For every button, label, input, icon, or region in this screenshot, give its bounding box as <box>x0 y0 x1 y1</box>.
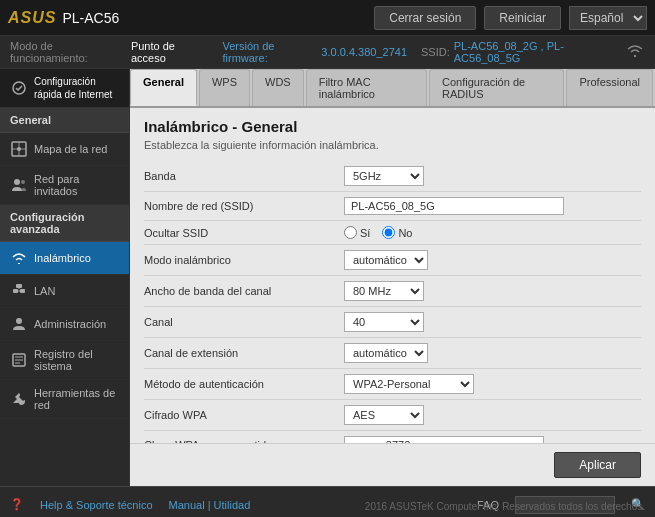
label-auth: Método de autenticación <box>144 378 344 390</box>
control-wpa-key <box>344 436 641 443</box>
restart-button[interactable]: Reiniciar <box>484 6 561 30</box>
language-select[interactable]: Español <box>569 6 647 30</box>
tab-general[interactable]: General <box>130 69 197 106</box>
radio-si-input[interactable] <box>344 226 357 239</box>
wireless-icon <box>10 249 28 267</box>
control-ext-channel: automático <box>344 343 641 363</box>
manual-link[interactable]: Manual | Utilidad <box>169 499 251 511</box>
manual-label: Manual <box>169 499 205 511</box>
sidebar-item-guests[interactable]: Red para invitados <box>0 166 129 205</box>
label-wireless-mode: Modo inalámbrico <box>144 254 344 266</box>
field-channel: Canal auto 36 40 44 48 <box>144 307 641 338</box>
control-ssid <box>344 197 641 215</box>
admin-icon <box>10 315 28 333</box>
input-wpa-key[interactable] <box>344 436 544 443</box>
main-layout: Configuración rápida de Internet General… <box>0 69 655 486</box>
label-ext-channel: Canal de extensión <box>144 347 344 359</box>
select-channel[interactable]: auto 36 40 44 48 <box>344 312 424 332</box>
field-bandwidth: Ancho de banda del canal 20 MHz 40 MHz 8… <box>144 276 641 307</box>
utility-label: Utilidad <box>214 499 251 511</box>
top-bar: ASUS PL-AC56 Cerrar sesión Reiniciar Esp… <box>0 0 655 36</box>
tab-radius[interactable]: Configuración de RADIUS <box>429 69 564 106</box>
label-hide-ssid: Ocultar SSID <box>144 227 344 239</box>
svg-point-13 <box>16 318 22 324</box>
sidebar-syslog-label: Registro del sistema <box>34 348 119 372</box>
mode-label: Modo de funcionamiento: <box>10 40 127 64</box>
sidebar-item-network-map[interactable]: Mapa de la red <box>0 133 129 166</box>
radio-si-label: Sí <box>360 227 370 239</box>
label-wpa-encrypt: Cifrado WPA <box>144 409 344 421</box>
syslog-icon <box>10 351 28 369</box>
form-title: Inalámbrico - General <box>144 118 641 135</box>
radio-no[interactable]: No <box>382 226 412 239</box>
field-ssid: Nombre de red (SSID) <box>144 192 641 221</box>
field-auth: Método de autenticación Open System WPA2… <box>144 369 641 400</box>
control-bandwidth: 20 MHz 40 MHz 80 MHz <box>344 281 641 301</box>
mode-value: Punto de acceso <box>131 40 209 64</box>
help-link[interactable]: Help & Soporte técnico <box>40 499 153 511</box>
logo-area: ASUS PL-AC56 <box>8 9 119 27</box>
tab-professional[interactable]: Professional <box>566 69 653 106</box>
svg-point-6 <box>21 180 25 184</box>
sidebar-item-syslog[interactable]: Registro del sistema <box>0 341 129 380</box>
sidebar-map-label: Mapa de la red <box>34 143 107 155</box>
top-buttons: Cerrar sesión Reiniciar Español <box>374 6 647 30</box>
input-ssid[interactable] <box>344 197 564 215</box>
sidebar-item-admin[interactable]: Administración <box>0 308 129 341</box>
sidebar-guests-label: Red para invitados <box>34 173 119 197</box>
copyright-text: 2016 ASUSTeK Computer Inc. Reservados to… <box>365 501 645 512</box>
select-banda[interactable]: 2.4GHz 5GHz <box>344 166 424 186</box>
field-wpa-key: Clave WPA precompartida <box>144 431 641 443</box>
model-name: PL-AC56 <box>62 10 119 26</box>
svg-point-5 <box>14 179 20 185</box>
sidebar-item-wireless[interactable]: Inalámbrico <box>0 242 129 275</box>
field-hide-ssid: Ocultar SSID Sí No <box>144 221 641 245</box>
control-auth: Open System WPA2-Personal WPA-Auto-Perso… <box>344 374 641 394</box>
content-area: General WPS WDS Filtro MAC inalámbrico C… <box>130 69 655 486</box>
sidebar-admin-label: Administración <box>34 318 106 330</box>
help-label: Help & Soporte técnico <box>40 499 153 511</box>
sidebar-item-tools[interactable]: Herramientas de red <box>0 380 129 419</box>
map-icon <box>10 140 28 158</box>
guests-icon <box>10 176 28 194</box>
sidebar-lan-label: LAN <box>34 285 55 297</box>
label-bandwidth: Ancho de banda del canal <box>144 285 344 297</box>
radio-no-input[interactable] <box>382 226 395 239</box>
sidebar-advanced-section: Configuración avanzada <box>0 205 129 242</box>
asus-logo: ASUS <box>8 9 56 27</box>
radio-no-label: No <box>398 227 412 239</box>
control-channel: auto 36 40 44 48 <box>344 312 641 332</box>
tab-wps[interactable]: WPS <box>199 69 250 106</box>
select-bandwidth[interactable]: 20 MHz 40 MHz 80 MHz <box>344 281 424 301</box>
label-banda: Banda <box>144 170 344 182</box>
select-ext-channel[interactable]: automático <box>344 343 428 363</box>
ssid-value: PL-AC56_08_2G , PL-AC56_08_5G <box>454 40 621 64</box>
control-wireless-mode: automático N only AC only <box>344 250 641 270</box>
tools-icon <box>10 390 28 408</box>
sidebar-general-section: General <box>0 108 129 133</box>
firmware-value: 3.0.0.4.380_2741 <box>321 46 407 58</box>
field-ext-channel: Canal de extensión automático <box>144 338 641 369</box>
select-wireless-mode[interactable]: automático N only AC only <box>344 250 428 270</box>
select-auth[interactable]: Open System WPA2-Personal WPA-Auto-Perso… <box>344 374 474 394</box>
quick-setup-label: Configuración rápida de Internet <box>34 75 119 101</box>
select-wpa-encrypt[interactable]: AES TKIP <box>344 405 424 425</box>
form-subtitle: Establezca la siguiente información inal… <box>144 139 641 151</box>
tab-wds[interactable]: WDS <box>252 69 304 106</box>
sidebar: Configuración rápida de Internet General… <box>0 69 130 486</box>
sidebar-item-lan[interactable]: LAN <box>0 275 129 308</box>
lan-icon <box>10 282 28 300</box>
apply-button[interactable]: Aplicar <box>554 452 641 478</box>
tab-mac-filter[interactable]: Filtro MAC inalámbrico <box>306 69 427 106</box>
sidebar-quick-setup[interactable]: Configuración rápida de Internet <box>0 69 129 108</box>
mode-bar: Modo de funcionamiento: Punto de acceso … <box>0 36 655 69</box>
tabs-bar: General WPS WDS Filtro MAC inalámbrico C… <box>130 69 655 108</box>
quick-setup-icon <box>10 79 28 97</box>
logout-button[interactable]: Cerrar sesión <box>374 6 476 30</box>
radio-si[interactable]: Sí <box>344 226 370 239</box>
control-banda: 2.4GHz 5GHz <box>344 166 641 186</box>
question-icon: ❓ <box>10 498 24 511</box>
wifi-icon <box>625 43 645 61</box>
control-wpa-encrypt: AES TKIP <box>344 405 641 425</box>
ssid-label: SSID: <box>421 46 450 58</box>
